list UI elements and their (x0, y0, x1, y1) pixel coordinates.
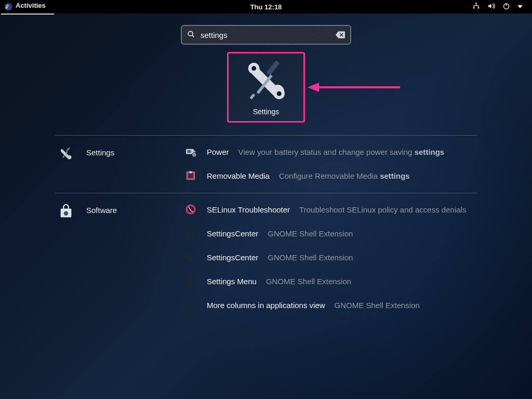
svg-point-6 (188, 31, 193, 36)
result-description: GNOME Shell Extension (266, 277, 351, 286)
svg-rect-1 (475, 3, 477, 4)
svg-rect-21 (187, 150, 191, 153)
svg-rect-26 (190, 171, 192, 174)
puzzle-icon (184, 250, 197, 264)
search-input[interactable] (201, 31, 330, 39)
results-section: Software SELinux Troubleshooter Troubles… (55, 193, 477, 322)
section-title: Software (86, 206, 117, 215)
svg-rect-14 (249, 94, 255, 100)
svg-rect-2 (473, 7, 475, 9)
puzzle-icon (184, 298, 197, 312)
volume-icon[interactable] (487, 2, 495, 11)
result-row[interactable]: SELinux Troubleshooter Troubleshoot SELi… (184, 203, 477, 216)
svg-rect-20 (194, 151, 195, 153)
annotation-arrow (308, 82, 400, 93)
activities-button[interactable]: Activities (16, 1, 50, 13)
result-title: More columns in applications view (207, 301, 325, 310)
system-menu-chevron-icon[interactable] (517, 5, 523, 8)
result-row[interactable]: SettingsCenter GNOME Shell Extension (184, 227, 477, 240)
app-result-settings[interactable]: Settings (227, 52, 305, 123)
software-bag-icon (57, 203, 75, 220)
removable-icon (184, 169, 197, 182)
result-description: GNOME Shell Extension (268, 253, 353, 262)
result-row[interactable]: Settings Menu GNOME Shell Extension (184, 274, 477, 288)
puzzle-icon (184, 274, 197, 288)
svg-point-9 (251, 66, 256, 71)
result-title: Removable Media (207, 171, 270, 180)
result-title: Power (207, 148, 229, 156)
app-result-label: Settings (253, 108, 280, 116)
results-section: Settings Power View your battery status … (55, 136, 477, 193)
svg-rect-12 (267, 60, 280, 76)
svg-rect-25 (188, 173, 194, 179)
section-title: Settings (86, 148, 114, 157)
power-icon (184, 145, 197, 158)
overview-search-box[interactable] (181, 25, 351, 45)
top-bar: Activities Thu 12:18 (0, 0, 532, 14)
svg-line-7 (192, 35, 194, 37)
result-title: Settings Menu (207, 277, 257, 286)
result-title: SELinux Troubleshooter (207, 205, 290, 214)
result-description: View your battery status and change powe… (238, 148, 445, 156)
result-row[interactable]: SettingsCenter GNOME Shell Extension (184, 250, 477, 264)
result-title: SettingsCenter (207, 229, 258, 238)
clear-search-icon[interactable] (336, 31, 345, 38)
svg-rect-17 (66, 147, 70, 152)
clock-label[interactable]: Thu 12:18 (250, 3, 282, 11)
svg-point-28 (64, 211, 68, 216)
result-description: Troubleshoot SELinux policy and access d… (299, 205, 466, 214)
result-description: Configure Removable Media settings (279, 171, 410, 180)
puzzle-icon (184, 227, 197, 240)
svg-point-0 (5, 3, 12, 11)
result-description: GNOME Shell Extension (268, 229, 353, 238)
result-row[interactable]: Power View your battery status and chang… (184, 145, 477, 158)
search-icon (187, 30, 195, 40)
result-description: GNOME Shell Extension (335, 301, 420, 310)
svg-marker-16 (308, 83, 319, 92)
wrench-screwdriver-icon (57, 145, 75, 163)
settings-app-icon (241, 54, 291, 108)
svg-point-11 (277, 91, 282, 96)
network-icon[interactable] (472, 2, 480, 11)
selinux-icon (184, 203, 197, 216)
system-tray[interactable] (472, 2, 532, 11)
activities-underline (1, 14, 54, 15)
svg-rect-3 (478, 7, 480, 9)
power-icon[interactable] (502, 2, 510, 11)
result-title: SettingsCenter (207, 253, 258, 262)
result-row[interactable]: Removable Media Configure Removable Medi… (184, 169, 477, 182)
result-row[interactable]: More columns in applications view GNOME … (184, 298, 477, 312)
distro-logo-icon (4, 3, 12, 11)
